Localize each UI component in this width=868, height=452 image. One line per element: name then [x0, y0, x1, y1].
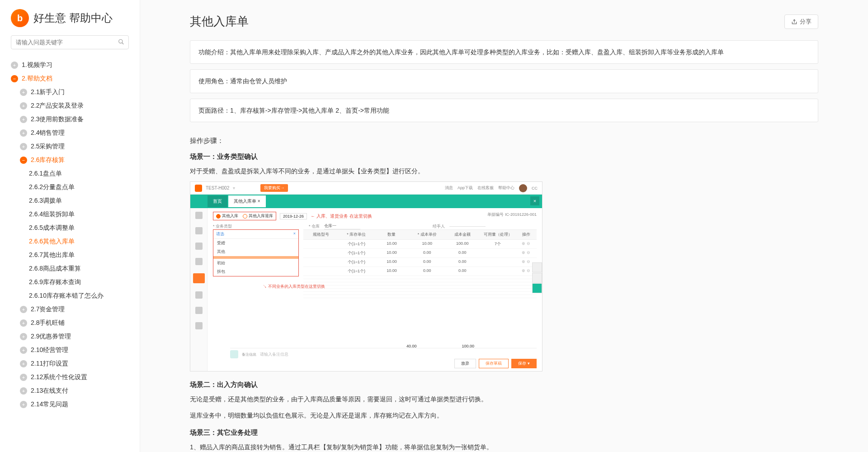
nav-28[interactable]: +2.8手机旺铺 [11, 316, 129, 330]
logo-row: b 好生意 帮助中心 [11, 9, 129, 27]
share-icon [791, 19, 797, 25]
ss-buy-button: 我要购买→ [260, 184, 288, 192]
page-title: 其他入库单 [190, 14, 249, 29]
embedded-screenshot: TEST-H002 ▾ 我要购买→ 消息 App下载 在线客服 帮助中心 CC [190, 181, 542, 371]
ss-table-head: 规格型号* 库存单位数量* 成本单价成本金额可用量（处理）操作 [303, 229, 537, 240]
ss-side-icon-active [193, 273, 205, 283]
nav-267[interactable]: 2.6.7其他出库单 [11, 248, 129, 262]
search-icon[interactable] [118, 38, 124, 46]
plus-icon: + [20, 129, 27, 137]
ss-side-icon [195, 291, 203, 299]
ss-side-icon [195, 243, 203, 250]
ss-avatar-icon [519, 184, 527, 192]
steps-label: 操作步骤： [190, 137, 818, 145]
nav-2610[interactable]: 2.6.10库存账本错了怎么办 [11, 289, 129, 303]
nav-tree: +1.视频学习 −2.帮助文档 +2.1新手入门 +2.2产品安装及登录 +2.… [11, 58, 129, 411]
nav-265[interactable]: 2.6.5成本调整单 [11, 221, 129, 235]
ss-cancel-btn: 放弃 [454, 359, 476, 368]
ss-table-row: 个(1=1个)10.000.000.00⊕ ⊖ [303, 258, 537, 267]
nav-213[interactable]: +2.13在线支付 [11, 384, 129, 398]
nav-264[interactable]: 2.6.4组装拆卸单 [11, 208, 129, 221]
nav-video-learning[interactable]: +1.视频学习 [11, 58, 129, 72]
ss-save-btn: 保存 ▾ [511, 359, 537, 368]
path-box: 页面路径：1、库存核算->库存管理->其他入库单 2、首页->常用功能 [190, 99, 818, 122]
nav-268[interactable]: 2.6.8商品成本重算 [11, 262, 129, 276]
plus-icon: + [20, 319, 27, 327]
nav-sales-mgmt[interactable]: +2.4销售管理 [11, 126, 129, 140]
role-text: 通常由仓管人员维护 [230, 77, 287, 85]
ss-sidebar [190, 208, 208, 371]
plus-icon: + [20, 143, 27, 150]
ss-radio-return: 其他入库退库 [243, 213, 273, 219]
plus-icon: + [11, 62, 18, 69]
nav-263[interactable]: 2.6.3调拨单 [11, 194, 129, 208]
ss-table-row: 个(1=1个)10.000.000.00⊕ ⊖ [303, 267, 537, 276]
nav-262[interactable]: 2.6.2分量盘点单 [11, 181, 129, 194]
plus-icon: + [20, 347, 27, 354]
ss-table-row: 个(1=1个)10.000.000.00⊕ ⊖ [303, 249, 537, 258]
ss-table-row [303, 295, 537, 298]
ss-tool-icon [532, 273, 542, 283]
nav-211[interactable]: +2.11打印设置 [11, 357, 129, 371]
path-text: 1、库存核算->库存管理->其他入库单 2、首页->常用功能 [230, 107, 389, 114]
nav-data-prep[interactable]: +2.3使用前数据准备 [11, 113, 129, 126]
scene2-title: 场景二：出入方向确认 [190, 381, 818, 389]
search-input[interactable] [11, 35, 129, 49]
intro-label: 功能介绍： [198, 48, 230, 56]
ss-side-icon [195, 307, 203, 314]
share-button[interactable]: 分享 [784, 14, 818, 29]
nav-29[interactable]: +2.9优惠券管理 [11, 330, 129, 343]
minus-icon: − [20, 157, 27, 164]
nav-214[interactable]: +2.14常见问题 [11, 398, 129, 411]
ss-biztype-dropdown: 请选× 受赠 其他 初始 拆包 [213, 229, 299, 276]
ss-side-icon [195, 258, 203, 265]
scene3-p1: 1、赠品入库的商品直接转为销售。通过工具栏【复制/复制为销货单】功能，将单据信息… [190, 442, 818, 452]
ss-top-cs: 在线客服 [477, 185, 494, 191]
ss-account: TEST-H002 [206, 186, 229, 190]
ss-table-row: 个(1=1个)10.0010.00100.007个⊕ ⊖ [303, 240, 537, 249]
ss-tab-home: 首页 [208, 195, 227, 207]
role-label: 使用角色： [198, 77, 230, 85]
plus-icon: + [20, 360, 27, 367]
plus-icon: + [20, 89, 27, 96]
nav-install-login[interactable]: +2.2产品安装及登录 [11, 99, 129, 113]
plus-icon: + [20, 374, 27, 381]
ss-date: 2019-12-26 [280, 213, 307, 219]
logo-text: 好生意 帮助中心 [33, 11, 113, 25]
ss-top-msg: 消息 [445, 185, 453, 191]
scene2-p2: 退库业务中，明细数量均以负值红色展示。无论是入库还是退库，库存账均记在入库方向。 [190, 410, 818, 421]
nav-purchase-mgmt[interactable]: +2.5采购管理 [11, 140, 129, 153]
nav-210[interactable]: +2.10经营管理 [11, 343, 129, 357]
ss-table-row [303, 289, 537, 292]
svg-point-0 [119, 39, 123, 43]
scene1-title: 场景一：业务类型确认 [190, 152, 818, 161]
plus-icon: + [20, 306, 27, 313]
nav-266-current[interactable]: 2.6.6其他入库单 [11, 235, 129, 248]
nav-269[interactable]: 2.6.9库存账本查询 [11, 276, 129, 289]
nav-getting-started[interactable]: +2.1新手入门 [11, 86, 129, 99]
path-label: 页面路径： [198, 107, 230, 114]
ss-side-icon [195, 212, 203, 219]
nav-27[interactable]: +2.7资金管理 [11, 303, 129, 316]
svg-line-1 [122, 43, 124, 44]
ss-annotation-1: ← 入库、退货业务 在这里切换 [311, 213, 372, 219]
intro-box: 功能介绍：其他入库单用来处理除采购入库、产成品入库之外的其他入库业务，因此其他入… [190, 40, 818, 64]
ss-type-toggle: 其他入库 其他入库退库 [213, 212, 276, 220]
intro-text: 其他入库单用来处理除采购入库、产成品入库之外的其他入库业务，因此其他入库单可处理… [230, 48, 724, 56]
ss-tool-icon [532, 262, 542, 272]
ss-draft-btn: 保存草稿 [479, 359, 509, 368]
logo-icon: b [11, 9, 29, 27]
ss-side-icon [195, 322, 203, 329]
nav-help-docs[interactable]: −2.帮助文档 [11, 72, 129, 86]
nav-212[interactable]: +2.12系统个性化设置 [11, 371, 129, 384]
main-content: 其他入库单 分享 功能介绍：其他入库单用来处理除采购入库、产成品入库之外的其他入… [140, 0, 868, 452]
nav-inventory[interactable]: −2.6库存核算 [11, 153, 129, 167]
ss-table-row [303, 276, 537, 279]
ss-remarks-icon [230, 350, 238, 358]
search-box [11, 35, 129, 49]
ss-table-row [303, 292, 537, 295]
ss-logo-icon [195, 185, 202, 192]
plus-icon: + [20, 116, 27, 123]
ss-tool-icon-active [532, 283, 542, 293]
nav-261[interactable]: 2.6.1盘点单 [11, 167, 129, 181]
